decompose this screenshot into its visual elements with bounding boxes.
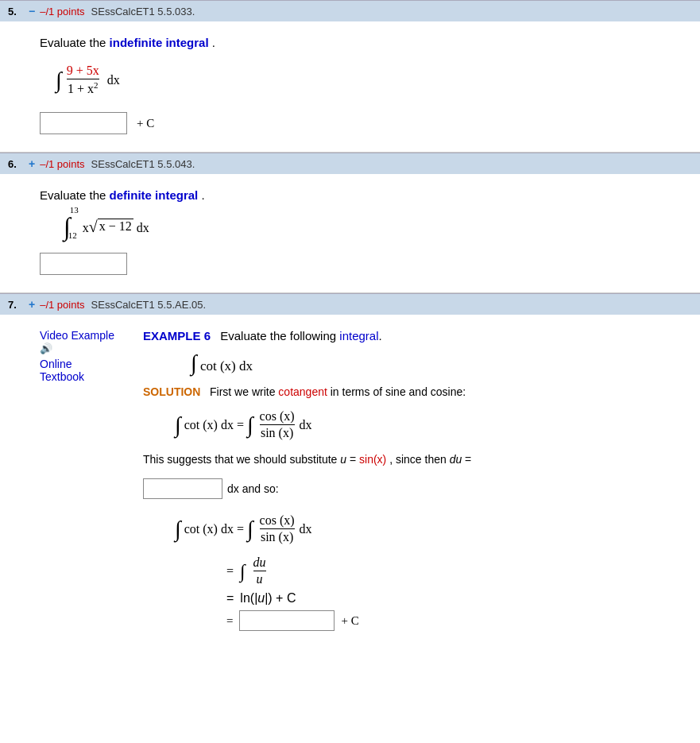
q7-suggest-line: This suggests that we should substitute … xyxy=(143,453,676,466)
q7-ln-line: = ln(|u|) + C xyxy=(226,591,676,606)
q6-int-symbol: ∫ xyxy=(64,214,71,239)
q6-integrand: x √ x − 12 dx xyxy=(83,219,149,235)
q7-eq3: = xyxy=(226,614,233,628)
q7-since: , since then xyxy=(389,453,450,466)
question-5-header: 5. − –/1 points SEssCalcET1 5.5.033. xyxy=(0,0,700,21)
q7-du-input[interactable] xyxy=(143,478,222,499)
q6-sqrt-radical: √ xyxy=(89,219,98,234)
q7-body: Video Example 🔊 Online Textbook EXAMPLE … xyxy=(0,315,700,660)
q7-sin-denom2: sin (x) xyxy=(261,529,293,544)
q7-du-u-frac: du u xyxy=(253,555,266,586)
q6-upper-bound: 13 xyxy=(70,205,79,215)
q7-cos-numer2: cos (x) xyxy=(260,513,295,529)
q7-example-num: EXAMPLE 6 xyxy=(143,329,211,342)
q5-math: ∫ 9 + 5x 1 + x2 dx xyxy=(56,60,676,99)
q7-left-panel: Video Example 🔊 Online Textbook xyxy=(0,315,127,660)
question-5: 5. − –/1 points SEssCalcET1 5.5.033. Eva… xyxy=(0,0,700,153)
q7-sol-text1: First we write xyxy=(203,385,278,398)
q7-solution-label: SOLUTION xyxy=(143,385,200,398)
q7-final-input[interactable] xyxy=(239,610,335,631)
video-example-text: Video Example xyxy=(40,329,114,342)
q7-du-word: du xyxy=(450,453,462,466)
q7-dx3: dx xyxy=(300,522,312,536)
q7-cot-lhs: ∫ cot (x) dx = ∫ cos (x) sin (x) dx xyxy=(175,409,312,440)
q7-integral-word: integral xyxy=(339,329,378,342)
q7-suggest-text1: This suggests that we should substitute xyxy=(143,453,340,466)
video-example-link[interactable]: Video Example 🔊 xyxy=(40,329,119,354)
q7-int3-symbol: ∫ xyxy=(247,414,253,436)
q7-cos-sin-frac: cos (x) sin (x) xyxy=(260,409,295,440)
q6-math: ∫ 13 12 x √ x − 12 dx xyxy=(64,213,676,240)
q7-example-instr: Evaluate the following xyxy=(220,329,339,342)
q7-dx-so-text: dx and so: xyxy=(227,482,279,495)
speaker-icon: 🔊 xyxy=(40,342,52,354)
q7-du-eq: = xyxy=(465,453,471,466)
q7-cot-integral: ∫ cot (x) dx xyxy=(191,352,676,374)
q7-solution-line: SOLUTION First we write cotangent in ter… xyxy=(143,385,676,398)
question-6-header: 6. + –/1 points SEssCalcET1 5.5.043. xyxy=(0,153,700,174)
q5-body: Evaluate the indefinite integral . ∫ 9 +… xyxy=(0,21,700,153)
q7-sol-text2: in terms of sine and cosine: xyxy=(331,385,466,398)
q5-fraction: 9 + 5x 1 + x2 xyxy=(67,64,99,96)
online-textbook-link[interactable]: Online Textbook xyxy=(40,358,119,383)
q7-number: 7. xyxy=(8,299,24,311)
q5-numer: 9 + 5x xyxy=(67,64,99,79)
q5-answer-input[interactable] xyxy=(40,112,127,134)
q7-final-answer-row: = + C xyxy=(226,610,676,631)
q7-cos-sin-frac2: cos (x) sin (x) xyxy=(260,513,295,544)
question-7-header: 7. + –/1 points SEssCalcET1 5.5.AE.05. xyxy=(0,293,700,315)
q5-instruction: Evaluate the indefinite integral . xyxy=(40,36,676,49)
q6-instruction: Evaluate the definite integral . xyxy=(40,188,676,202)
q6-instr-prefix: Evaluate the xyxy=(40,188,110,202)
q6-integral-bounds: ∫ 13 12 x √ x − 12 dx xyxy=(64,213,149,240)
q5-answer-row: + C xyxy=(40,112,676,134)
q7-cotangent-word: cotangent xyxy=(278,385,327,398)
q6-number: 6. xyxy=(8,158,24,170)
q7-right-panel: EXAMPLE 6 Evaluate the following integra… xyxy=(127,315,700,660)
q7-cot-eq1: ∫ cot (x) dx = ∫ cos (x) sin (x) dx xyxy=(175,406,676,443)
q7-du-numer: du xyxy=(253,555,266,571)
q7-du-answer-row: dx and so: xyxy=(143,478,279,499)
q7-cos-numer: cos (x) xyxy=(260,409,295,425)
q5-icon: − xyxy=(29,5,35,17)
q7-cot2-expr: cot (x) dx = xyxy=(184,418,244,432)
q6-sqrt: √ x − 12 xyxy=(89,219,133,234)
q5-code: SEssCalcET1 5.5.033. xyxy=(91,6,195,17)
q5-int-symbol: ∫ xyxy=(56,69,62,91)
q7-sinx-word: sin(x) xyxy=(359,453,386,466)
q6-icon: + xyxy=(29,157,35,170)
q6-code: SEssCalcET1 5.5.043. xyxy=(91,158,195,170)
q7-u-denom: u xyxy=(257,571,263,586)
q7-period: . xyxy=(379,329,382,342)
q5-instr-bold: indefinite integral xyxy=(110,36,209,49)
q6-sqrt-content: x − 12 xyxy=(98,219,133,234)
q6-answer-input[interactable] xyxy=(40,253,127,275)
q7-int6-symbol: ∫ xyxy=(240,562,246,581)
q7-cot-eq2-content: ∫ cot (x) dx = ∫ cos (x) sin (x) dx xyxy=(175,513,312,544)
q6-points: –/1 points xyxy=(40,158,84,170)
q5-dx: dx xyxy=(104,73,120,87)
online-textbook-text: Online Textbook xyxy=(40,358,84,383)
q5-number: 5. xyxy=(8,6,24,17)
q6-instr-suffix: . xyxy=(201,188,204,202)
q5-denom: 1 + x2 xyxy=(68,79,99,96)
q7-int2-symbol: ∫ xyxy=(175,414,181,436)
q7-du-u-line: = ∫ du u xyxy=(226,555,676,586)
q6-instr-bold: definite integral xyxy=(110,188,199,202)
q7-points: –/1 points xyxy=(40,299,84,311)
q7-dx2: dx xyxy=(300,418,312,432)
q5-points: –/1 points xyxy=(40,6,84,17)
q7-example-header: EXAMPLE 6 Evaluate the following integra… xyxy=(143,329,676,342)
q7-int1-symbol: ∫ xyxy=(191,350,197,375)
q7-final-plus-c: + C xyxy=(341,614,358,628)
question-7: 7. + –/1 points SEssCalcET1 5.5.AE.05. V… xyxy=(0,293,700,660)
q7-eq1: = xyxy=(226,564,234,579)
q7-icon: + xyxy=(29,298,35,311)
q7-u-var: u xyxy=(340,453,346,466)
q7-ln-expr: ln(|u|) + C xyxy=(240,591,296,606)
q7-eq-sign: = xyxy=(350,453,359,466)
q5-instr-prefix: Evaluate the xyxy=(40,36,110,49)
q7-int5-symbol: ∫ xyxy=(247,518,253,540)
q5-plus-c: + C xyxy=(137,117,154,130)
q5-integral: ∫ 9 + 5x 1 + x2 dx xyxy=(56,64,120,96)
